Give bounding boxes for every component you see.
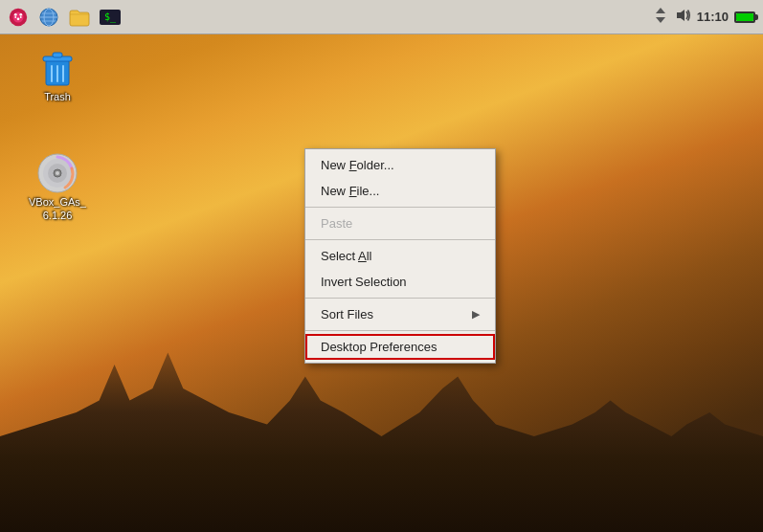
- menu-invert-selection[interactable]: Invert Selection: [305, 269, 495, 295]
- clock: 11:10: [697, 10, 729, 24]
- vbox-icon[interactable]: VBox_GAs_6.1.26: [19, 148, 96, 228]
- taskbar-left: $_: [0, 4, 124, 31]
- svg-rect-17: [53, 53, 62, 57]
- paste-label: Paste: [321, 216, 352, 231]
- menu-select-all[interactable]: Select All: [305, 243, 495, 269]
- svg-point-4: [17, 17, 20, 20]
- sort-files-arrow: ▶: [472, 308, 480, 321]
- sort-files-label: Sort Files: [321, 307, 373, 321]
- svg-point-5: [14, 16, 16, 18]
- trash-label: Trash: [41, 89, 74, 104]
- volume-icon: [674, 7, 691, 27]
- desktop-preferences-label: Desktop Preferences: [321, 340, 437, 354]
- menu-new-folder[interactable]: New Folder...: [305, 152, 495, 178]
- file-manager-button[interactable]: [65, 4, 94, 31]
- network-status-icon: [653, 6, 668, 28]
- svg-point-25: [56, 171, 59, 175]
- invert-selection-label: Invert Selection: [321, 275, 407, 289]
- separator-4: [305, 330, 495, 331]
- trash-icon[interactable]: Trash: [19, 43, 96, 108]
- terminal-icon: $_: [100, 10, 121, 25]
- svg-point-6: [20, 16, 22, 18]
- taskbar-right: 11:10: [653, 6, 763, 28]
- browser-button[interactable]: [34, 4, 63, 31]
- menu-desktop-preferences[interactable]: Desktop Preferences: [305, 334, 495, 360]
- taskbar: $_ 11:10: [0, 0, 763, 34]
- separator-1: [305, 207, 495, 208]
- svg-marker-14: [677, 10, 684, 21]
- menu-new-file[interactable]: New File...: [305, 178, 495, 204]
- menu-sort-files[interactable]: Sort Files ▶: [305, 301, 495, 327]
- svg-marker-12: [656, 8, 665, 13]
- desktop: $_ 11:10: [0, 0, 763, 532]
- menu-paste: Paste: [305, 211, 495, 236]
- raspberry-menu-button[interactable]: [4, 4, 33, 31]
- svg-marker-13: [656, 17, 665, 23]
- vbox-label: VBox_GAs_6.1.26: [23, 194, 92, 224]
- separator-3: [305, 298, 495, 299]
- terminal-button[interactable]: $_: [96, 4, 124, 31]
- battery-icon: [734, 11, 755, 23]
- separator-2: [305, 239, 495, 240]
- context-menu: New Folder... New File... Paste Select A…: [304, 148, 496, 364]
- svg-point-3: [19, 12, 22, 15]
- svg-point-1: [13, 11, 24, 22]
- svg-point-2: [14, 12, 17, 15]
